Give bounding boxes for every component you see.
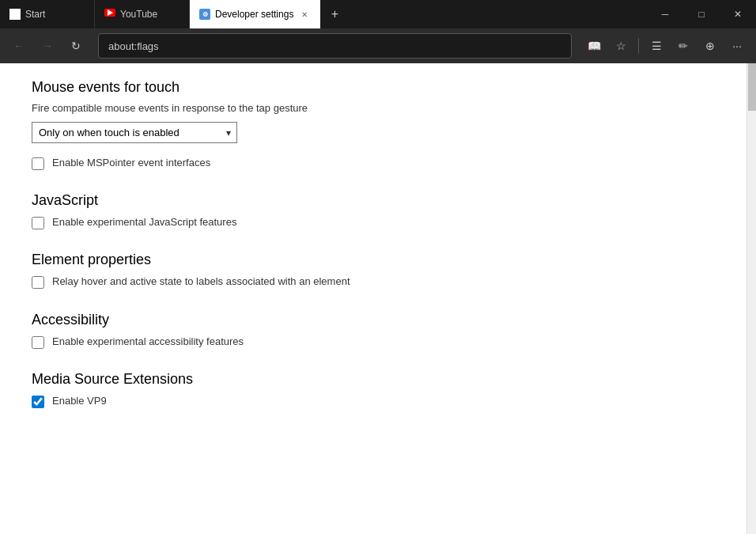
new-tab-icon: + <box>331 7 338 21</box>
youtube-icon <box>104 9 115 20</box>
maximize-button[interactable]: □ <box>683 0 720 28</box>
extensions-icon: ⊕ <box>705 40 715 52</box>
back-button[interactable]: ← <box>6 33 32 59</box>
tab-developer-settings-label: Developer settings <box>215 9 293 20</box>
start-icon <box>9 9 21 20</box>
experimental-accessibility-label: Enable experimental accessibility featur… <box>52 335 244 349</box>
mouse-events-dropdown-wrapper: Only on when touch is enabled Always on … <box>32 122 715 143</box>
enable-vp9-checkbox[interactable] <box>32 396 44 408</box>
refresh-icon: ↻ <box>71 40 81 52</box>
svg-rect-0 <box>9 9 14 13</box>
element-properties-title: Element properties <box>32 252 715 268</box>
minimize-button[interactable]: ─ <box>647 0 683 28</box>
close-button[interactable]: ✕ <box>720 0 756 28</box>
tab-developer-settings[interactable]: ⚙ Developer settings ✕ <box>190 0 320 28</box>
experimental-accessibility-checkbox[interactable] <box>32 336 44 349</box>
tab-youtube[interactable]: YouTube <box>95 0 190 28</box>
nav-right-icons: 📖 ☆ ☰ ✏ ⊕ ··· <box>581 33 750 59</box>
main-content: Mouse events for touch Fire compatible m… <box>0 63 747 534</box>
hub-icon: ☰ <box>652 40 662 52</box>
section-mouse-events: Mouse events for touch Fire compatible m… <box>32 79 715 170</box>
nav-divider <box>638 38 639 54</box>
dev-settings-icon: ⚙ <box>199 9 210 20</box>
window-controls: ─ □ ✕ <box>647 0 756 28</box>
relay-hover-label: Relay hover and active state to labels a… <box>52 275 350 289</box>
enable-vp9-label: Enable VP9 <box>52 394 107 408</box>
svg-rect-3 <box>16 15 21 20</box>
address-bar[interactable]: about:flags <box>98 33 572 59</box>
javascript-title: JavaScript <box>32 192 715 209</box>
web-note-icon: ✏ <box>679 40 688 52</box>
svg-rect-2 <box>9 15 14 20</box>
mspointer-checkbox[interactable] <box>32 157 44 170</box>
media-source-extensions-title: Media Source Extensions <box>32 371 715 388</box>
experimental-js-label: Enable experimental JavaScript features <box>52 215 236 229</box>
scrollbar-thumb[interactable] <box>748 63 756 111</box>
favorite-icon: ☆ <box>616 40 626 52</box>
mouse-events-select-container: Only on when touch is enabled Always on … <box>32 122 237 143</box>
accessibility-title: Accessibility <box>32 312 715 328</box>
section-media-source-extensions: Media Source Extensions Enable VP9 <box>32 371 715 408</box>
experimental-accessibility-row: Enable experimental accessibility featur… <box>32 335 715 349</box>
address-value: about:flags <box>108 40 159 52</box>
scrollbar[interactable] <box>747 63 756 534</box>
relay-hover-row: Relay hover and active state to labels a… <box>32 275 715 289</box>
web-note-button[interactable]: ✏ <box>671 33 696 59</box>
more-button[interactable]: ··· <box>724 33 750 59</box>
mspointer-row: Enable MSPointer event interfaces <box>32 156 715 170</box>
nav-bar: ← → ↻ about:flags 📖 ☆ ☰ ✏ ⊕ ··· <box>0 28 756 63</box>
svg-rect-1 <box>16 9 21 13</box>
back-icon: ← <box>13 40 25 52</box>
mouse-events-desc: Fire compatible mouse events in response… <box>32 102 715 114</box>
reading-view-icon: 📖 <box>588 40 601 52</box>
mouse-events-title: Mouse events for touch <box>32 79 715 96</box>
new-tab-button[interactable]: + <box>320 0 349 28</box>
relay-hover-checkbox[interactable] <box>32 276 44 289</box>
experimental-js-row: Enable experimental JavaScript features <box>32 215 715 229</box>
reading-view-button[interactable]: 📖 <box>581 33 607 59</box>
content-area: Mouse events for touch Fire compatible m… <box>0 63 756 534</box>
more-icon: ··· <box>732 40 742 52</box>
tab-youtube-label: YouTube <box>120 9 180 20</box>
enable-vp9-row: Enable VP9 <box>32 394 715 408</box>
tab-start[interactable]: Start <box>0 0 95 28</box>
experimental-js-checkbox[interactable] <box>32 217 44 229</box>
mouse-events-dropdown[interactable]: Only on when touch is enabled Always on … <box>32 122 237 143</box>
section-accessibility: Accessibility Enable experimental access… <box>32 312 715 349</box>
title-bar: Start YouTube ⚙ Developer settings ✕ + ─… <box>0 0 756 28</box>
section-element-properties: Element properties Relay hover and activ… <box>32 252 715 289</box>
section-javascript: JavaScript Enable experimental JavaScrip… <box>32 192 715 229</box>
extensions-button[interactable]: ⊕ <box>697 33 723 59</box>
mspointer-label: Enable MSPointer event interfaces <box>52 156 210 170</box>
hub-button[interactable]: ☰ <box>644 33 669 59</box>
forward-button[interactable]: → <box>35 33 60 59</box>
favorite-button[interactable]: ☆ <box>608 33 633 59</box>
tab-close-button[interactable]: ✕ <box>298 8 311 21</box>
refresh-button[interactable]: ↻ <box>63 33 89 59</box>
tab-start-label: Start <box>25 9 85 20</box>
forward-icon: → <box>42 40 53 52</box>
